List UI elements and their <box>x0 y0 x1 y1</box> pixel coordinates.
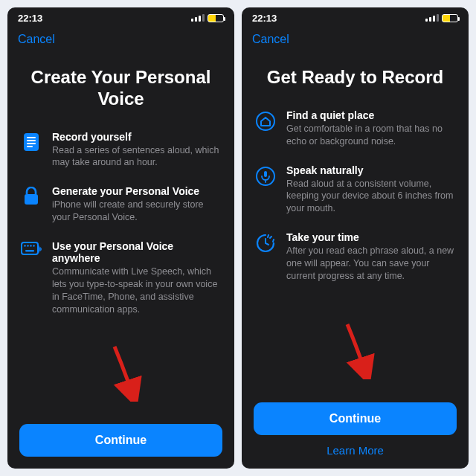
item-label: Take your time <box>286 231 455 243</box>
item-label: Generate your Personal Voice <box>52 185 221 197</box>
cellular-signal-icon <box>191 14 205 22</box>
document-icon <box>21 131 42 152</box>
status-time: 22:13 <box>252 13 277 24</box>
cellular-signal-icon <box>425 14 439 22</box>
cancel-button[interactable]: Cancel <box>18 33 55 46</box>
svg-rect-1 <box>27 137 36 138</box>
svg-point-7 <box>24 245 25 246</box>
item-label: Find a quiet place <box>286 109 455 121</box>
svg-point-9 <box>30 245 31 246</box>
svg-rect-11 <box>25 250 34 251</box>
status-time: 22:13 <box>18 13 42 24</box>
cancel-button[interactable]: Cancel <box>252 33 289 46</box>
info-list: Find a quiet place Get comfortable in a … <box>242 106 469 283</box>
svg-rect-2 <box>27 140 36 141</box>
continue-button[interactable]: Continue <box>254 402 457 435</box>
item-label: Record yourself <box>52 131 221 143</box>
status-bar: 22:13 <box>242 7 469 28</box>
svg-rect-6 <box>22 242 38 254</box>
item-desc: After you read each phrase aloud, a new … <box>286 245 455 283</box>
microphone-icon <box>255 164 276 187</box>
home-icon <box>255 109 276 132</box>
lock-icon <box>21 185 42 206</box>
clock-progress-icon <box>255 231 276 254</box>
keyboard-voice-icon <box>21 240 42 257</box>
page-title: Create Your Personal Voice <box>7 46 234 128</box>
battery-icon <box>208 14 224 22</box>
item-desc: Read aloud at a consistent volume, keepi… <box>286 178 455 216</box>
item-desc: iPhone will create and securely store yo… <box>52 199 221 224</box>
status-indicators <box>191 14 224 22</box>
svg-point-12 <box>257 112 274 130</box>
svg-rect-0 <box>24 133 39 151</box>
battery-icon <box>442 14 458 22</box>
svg-rect-14 <box>264 171 267 177</box>
list-item: Use your Personal Voice anywhere Communi… <box>21 240 221 316</box>
annotation-arrow-icon <box>338 320 376 379</box>
page-title: Get Ready to Record <box>242 46 469 106</box>
list-item: Record yourself Read a series of sentenc… <box>21 131 221 170</box>
list-item: Find a quiet place Get comfortable in a … <box>255 109 455 148</box>
item-label: Use your Personal Voice anywhere <box>52 240 221 264</box>
status-indicators <box>425 14 458 22</box>
continue-button[interactable]: Continue <box>19 424 222 457</box>
svg-point-8 <box>27 245 28 246</box>
list-item: Speak naturally Read aloud at a consiste… <box>255 164 455 216</box>
annotation-arrow-icon <box>106 342 143 402</box>
svg-rect-4 <box>27 146 33 147</box>
item-desc: Read a series of sentences aloud, which … <box>52 144 221 170</box>
learn-more-link[interactable]: Learn More <box>327 444 384 457</box>
status-bar: 22:13 <box>7 7 234 28</box>
screen-get-ready-to-record: 22:13 Cancel Get Ready to Record Find a … <box>242 7 469 469</box>
info-list: Record yourself Read a series of sentenc… <box>7 128 234 316</box>
item-desc: Communicate with Live Speech, which lets… <box>52 266 221 316</box>
item-label: Speak naturally <box>286 164 455 176</box>
svg-rect-3 <box>27 143 36 144</box>
svg-rect-5 <box>25 194 38 205</box>
svg-point-10 <box>33 245 34 246</box>
list-item: Take your time After you read each phras… <box>255 231 455 283</box>
screen-create-personal-voice: 22:13 Cancel Create Your Personal Voice … <box>7 7 234 469</box>
list-item: Generate your Personal Voice iPhone will… <box>21 185 221 224</box>
item-desc: Get comfortable in a room that has no ec… <box>286 123 455 148</box>
